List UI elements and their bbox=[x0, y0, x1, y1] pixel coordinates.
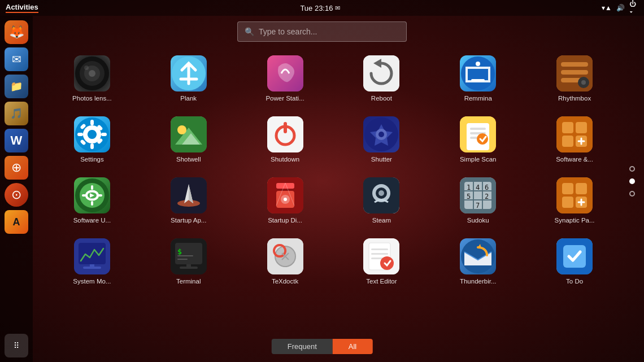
pagination bbox=[629, 166, 635, 197]
app-label-software: Software &... bbox=[556, 156, 593, 163]
app-item-photos-lens[interactable]: Photos lens... bbox=[45, 51, 139, 106]
svg-text:5: 5 bbox=[467, 193, 471, 200]
volume-icon[interactable]: 🔊 bbox=[616, 3, 625, 12]
sidebar-item-email[interactable]: ✉ bbox=[5, 47, 28, 71]
svg-rect-32 bbox=[267, 116, 303, 152]
app-item-texdoctk[interactable]: TeXdoctk bbox=[238, 234, 332, 289]
app-label-steam: Steam bbox=[372, 217, 391, 224]
app-label-remmina: Remmina bbox=[464, 95, 492, 102]
app-item-remmina[interactable]: Remmina bbox=[431, 51, 525, 106]
power-icon[interactable]: ⏻ ▾ bbox=[629, 3, 638, 12]
app-icon-thunderbird bbox=[460, 238, 496, 274]
sidebar-item-amazon[interactable]: A bbox=[5, 210, 28, 234]
pagination-dot-1[interactable] bbox=[629, 166, 635, 172]
svg-rect-78 bbox=[562, 197, 573, 208]
svg-point-52 bbox=[177, 200, 200, 207]
app-item-sudoku[interactable]: 146527Sudoku bbox=[431, 173, 525, 228]
app-item-settings[interactable]: Settings bbox=[45, 112, 139, 167]
svg-text:6: 6 bbox=[485, 184, 489, 191]
sidebar-item-ubuntu[interactable]: 🦊 bbox=[5, 20, 28, 44]
svg-rect-88 bbox=[177, 255, 193, 256]
app-item-terminal[interactable]: $_Terminal bbox=[142, 234, 236, 289]
svg-point-3 bbox=[89, 70, 95, 77]
app-icon-remmina bbox=[460, 55, 496, 91]
svg-rect-89 bbox=[177, 259, 188, 260]
tab-frequent[interactable]: Frequent bbox=[272, 339, 333, 354]
svg-rect-23 bbox=[101, 133, 107, 136]
svg-rect-11 bbox=[471, 79, 485, 81]
app-item-steam[interactable]: Steam bbox=[334, 173, 428, 228]
sidebar-item-help[interactable]: ⊙ bbox=[5, 183, 28, 207]
app-icon-power-station bbox=[267, 55, 303, 91]
pagination-dot-2[interactable] bbox=[629, 178, 635, 184]
app-item-software-u[interactable]: Software U... bbox=[45, 173, 139, 228]
wifi-icon[interactable]: ▾▲ bbox=[602, 3, 611, 12]
sidebar-item-files[interactable]: 📁 bbox=[5, 75, 28, 98]
app-label-reboot: Reboot bbox=[371, 95, 392, 102]
app-item-todo[interactable]: To Do bbox=[528, 234, 621, 289]
svg-point-19 bbox=[89, 132, 95, 137]
app-label-todo: To Do bbox=[566, 278, 583, 285]
tab-all[interactable]: All bbox=[333, 339, 372, 354]
app-item-shotwell[interactable]: Shotwell bbox=[142, 112, 236, 167]
svg-text:4: 4 bbox=[476, 184, 480, 191]
search-bar: 🔍 bbox=[237, 21, 407, 42]
app-icon-settings bbox=[74, 116, 110, 152]
app-item-shutter[interactable]: Shutter bbox=[334, 112, 428, 167]
svg-rect-21 bbox=[90, 143, 94, 149]
app-label-terminal: Terminal bbox=[176, 278, 201, 285]
app-item-reboot[interactable]: Reboot bbox=[334, 51, 428, 106]
svg-point-43 bbox=[477, 133, 488, 145]
app-item-power-station[interactable]: Power Stati... bbox=[238, 51, 332, 106]
sidebar-item-app-grid[interactable]: ⠿ bbox=[5, 334, 28, 357]
app-icon-shutdown bbox=[267, 116, 303, 152]
svg-rect-20 bbox=[90, 120, 94, 125]
app-item-shutdown[interactable]: Shutdown bbox=[238, 112, 332, 167]
svg-rect-77 bbox=[562, 183, 573, 194]
app-icon-startup-ap bbox=[171, 177, 207, 213]
svg-rect-14 bbox=[561, 70, 588, 75]
svg-rect-96 bbox=[371, 248, 388, 250]
activities-label[interactable]: Activities bbox=[6, 3, 38, 13]
app-label-power-station: Power Stati... bbox=[266, 95, 304, 102]
app-item-software[interactable]: Software &... bbox=[528, 112, 621, 167]
app-icon-software bbox=[556, 116, 593, 152]
app-item-plank[interactable]: Plank bbox=[142, 51, 236, 106]
app-icon-texdoctk bbox=[267, 238, 303, 274]
datetime-display: Tue 23:16 ✉ bbox=[300, 4, 340, 12]
svg-rect-56 bbox=[276, 183, 294, 189]
search-input[interactable] bbox=[259, 27, 399, 36]
svg-point-4 bbox=[84, 66, 89, 70]
app-icon-rhythmbox bbox=[556, 55, 593, 91]
app-item-synaptic[interactable]: Synaptic Pa... bbox=[528, 173, 621, 228]
svg-text:1: 1 bbox=[467, 184, 471, 191]
app-label-sudoku: Sudoku bbox=[467, 217, 489, 224]
app-label-startup-di: Startup Di... bbox=[268, 217, 302, 224]
pagination-dot-3[interactable] bbox=[629, 191, 635, 197]
sidebar-item-ubuntu-sw[interactable]: ⊕ bbox=[5, 156, 28, 180]
svg-rect-76 bbox=[556, 177, 593, 213]
app-item-thunderbird[interactable]: Thunderbir... bbox=[431, 234, 525, 289]
svg-rect-46 bbox=[562, 136, 573, 147]
app-label-text-editor: Text Editor bbox=[366, 278, 397, 285]
app-item-text-editor[interactable]: Text Editor bbox=[334, 234, 428, 289]
app-item-rhythmbox[interactable]: Rhythmbox bbox=[528, 51, 621, 106]
app-item-system-mo[interactable]: System Mo... bbox=[45, 234, 139, 289]
svg-point-17 bbox=[581, 80, 586, 85]
svg-point-37 bbox=[378, 132, 384, 137]
app-icon-system-mo bbox=[74, 238, 110, 274]
sidebar-item-music[interactable]: 🎵 bbox=[5, 102, 28, 125]
svg-text:7: 7 bbox=[476, 202, 480, 210]
svg-rect-22 bbox=[77, 133, 83, 136]
app-icon-photos-lens bbox=[74, 55, 110, 91]
svg-rect-13 bbox=[561, 62, 588, 67]
app-label-thunderbird: Thunderbir... bbox=[460, 278, 497, 285]
app-label-rhythmbox: Rhythmbox bbox=[558, 95, 591, 102]
app-item-startup-ap[interactable]: Startup Ap... bbox=[142, 173, 236, 228]
app-item-startup-di[interactable]: Startup Di... bbox=[238, 173, 332, 228]
app-label-simple-scan: Simple Scan bbox=[460, 156, 497, 163]
sidebar-item-word[interactable]: W bbox=[5, 129, 28, 152]
app-label-settings: Settings bbox=[80, 156, 104, 163]
app-icon-simple-scan bbox=[460, 116, 496, 152]
app-item-simple-scan[interactable]: Simple Scan bbox=[431, 112, 525, 167]
